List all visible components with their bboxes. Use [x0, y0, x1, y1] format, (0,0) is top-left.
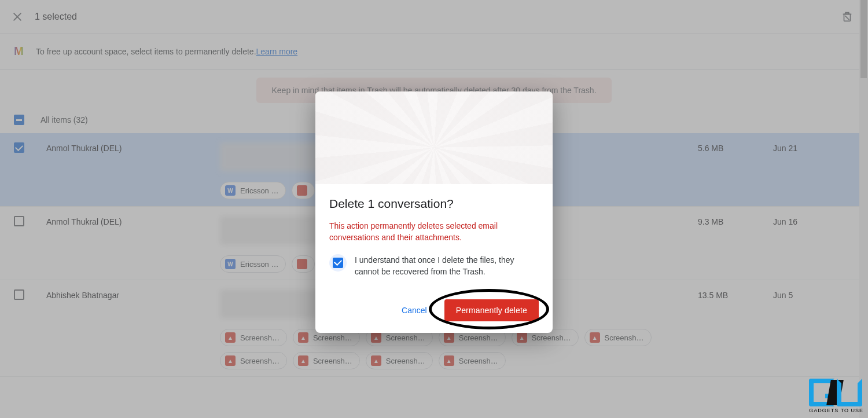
sender-name: Abhishek Bhatnagar: [46, 289, 220, 300]
selection-count: 1 selected: [35, 12, 77, 22]
dialog-warning: This action permanently deletes selected…: [329, 220, 539, 244]
img-file-icon: ▲: [590, 332, 600, 343]
attachment-chip[interactable]: [292, 182, 315, 199]
info-banner: To free up account space, select items t…: [0, 34, 868, 69]
file-size: 5.6 MB: [698, 142, 773, 153]
chip-label: Ericsson …: [240, 260, 278, 269]
doc-file-icon: W: [225, 185, 236, 196]
chip-label: Screensh…: [605, 333, 644, 342]
dialog-hero-image: [315, 91, 553, 184]
img-file-icon: ▲: [298, 355, 308, 366]
attachment-chip[interactable]: ▲Screensh…: [439, 352, 506, 369]
file-size: 9.3 MB: [698, 216, 773, 226]
chip-label: Ericsson …: [240, 186, 278, 195]
ack-checkbox[interactable]: [329, 254, 347, 272]
date: Jun 21: [773, 142, 854, 153]
dialog-title: Delete 1 conversation?: [329, 197, 539, 211]
sender-name: Anmol Thukral (DEL): [46, 142, 220, 153]
attachment-chip[interactable]: WEricsson …: [220, 255, 286, 273]
attachment-chip[interactable]: ▲Screensh…: [366, 352, 433, 369]
banner-text: To free up account space, select items t…: [36, 47, 256, 56]
doc-file-icon: W: [225, 259, 236, 269]
select-all-checkbox[interactable]: [14, 115, 24, 125]
chip-label: Screensh…: [459, 357, 498, 365]
attachment-chip[interactable]: ▲Screensh…: [584, 329, 652, 346]
attachment-chip[interactable]: WEricsson …: [220, 182, 286, 199]
chip-label: Screensh…: [313, 333, 352, 342]
date: Jun 16: [773, 216, 854, 226]
img-file-icon: ▲: [225, 355, 236, 366]
sender-name: Anmol Thukral (DEL): [46, 216, 220, 226]
confirm-dialog: Delete 1 conversation? This action perma…: [315, 91, 553, 333]
row-checkbox[interactable]: [14, 216, 24, 226]
chip-label: Screensh…: [240, 333, 279, 342]
scrollbar[interactable]: [859, 0, 868, 418]
chip-label: Screensh…: [459, 333, 498, 342]
selection-toolbar: 1 selected: [0, 0, 868, 34]
img-file-icon: ▲: [225, 332, 236, 343]
chip-label: Screensh…: [240, 357, 279, 365]
pdf-file-icon: [297, 259, 307, 269]
row-checkbox[interactable]: [14, 289, 24, 300]
file-size: 13.5 MB: [698, 289, 773, 300]
cancel-button[interactable]: Cancel: [396, 301, 433, 320]
attachment-chip[interactable]: ▲Screensh…: [293, 352, 360, 369]
pdf-file-icon: [297, 185, 307, 196]
img-file-icon: ▲: [444, 332, 454, 343]
attachment-chip[interactable]: ▲Screensh…: [220, 329, 287, 346]
delete-icon[interactable]: [839, 9, 855, 25]
chip-label: Screensh…: [532, 333, 571, 342]
learn-more-link[interactable]: Learn more: [256, 47, 298, 56]
chip-label: Screensh…: [386, 333, 425, 342]
confirm-button[interactable]: Permanently delete: [444, 299, 539, 321]
svg-line-3: [845, 16, 849, 20]
img-file-icon: ▲: [444, 355, 454, 366]
attachment-chip[interactable]: ▲Screensh…: [220, 352, 287, 369]
gmail-icon: [14, 45, 28, 58]
img-file-icon: ▲: [371, 355, 381, 366]
img-file-icon: ▲: [517, 332, 527, 343]
date: Jun 5: [773, 289, 854, 300]
chip-label: Screensh…: [313, 357, 352, 365]
row-checkbox[interactable]: [14, 142, 24, 153]
ack-text: I understand that once I delete the file…: [355, 254, 539, 278]
close-icon[interactable]: [9, 9, 25, 25]
img-file-icon: ▲: [298, 332, 308, 343]
ack-row: I understand that once I delete the file…: [329, 254, 539, 278]
watermark: GADGETS TO USE: [809, 379, 863, 413]
img-file-icon: ▲: [371, 332, 381, 343]
chip-label: Screensh…: [386, 357, 425, 365]
list-title: All items (32): [41, 115, 88, 124]
attachment-chip[interactable]: [292, 255, 315, 273]
